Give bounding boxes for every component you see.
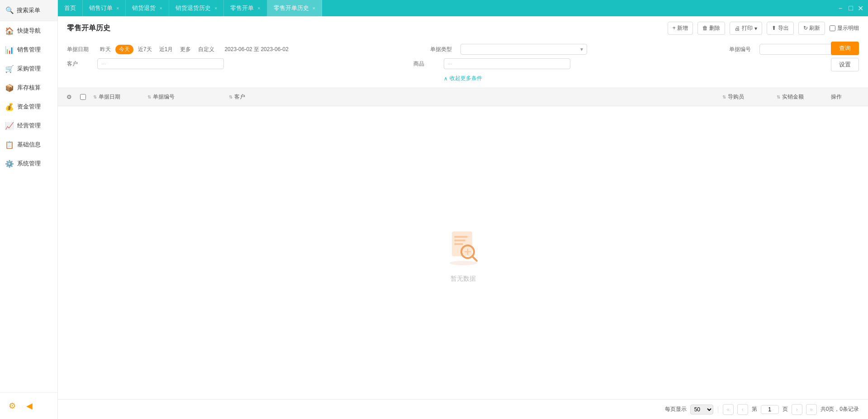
tab-retail-open-history-close[interactable]: × — [313, 5, 315, 11]
tab-retail-open-label: 零售开单 — [230, 4, 254, 12]
collapse-icon: ◀ — [26, 401, 33, 411]
table-settings-button[interactable]: ⚙ — [62, 90, 76, 104]
sys-icon: ⚙️ — [5, 160, 14, 168]
goods-filter-select[interactable]: ··· — [444, 58, 570, 69]
next-page-button[interactable]: › — [792, 404, 802, 415]
col-action-label: 操作 — [831, 93, 842, 101]
filter-settings-button[interactable]: 设置 — [831, 58, 859, 71]
tab-bar-right: － □ ✕ — [837, 4, 868, 13]
tab-sales-order-label: 销售订单 — [89, 4, 113, 12]
add-button[interactable]: + 新增 — [668, 22, 693, 35]
collapse-sidebar-button[interactable]: ◀ — [23, 399, 36, 413]
pagination-summary: 共0页，0条记录 — [821, 405, 859, 413]
window-close-button[interactable]: ✕ — [858, 4, 863, 13]
per-page-label: 每页显示 — [665, 405, 687, 413]
col-amount-label: 实销金额 — [782, 93, 804, 101]
sidebar-item-operation[interactable]: 📈 经营管理 — [0, 116, 57, 135]
tab-sales-order-close[interactable]: × — [116, 5, 119, 11]
filter-row-2: 客户 ··· 商品 ··· — [67, 58, 859, 69]
tab-retail-open-close[interactable]: × — [257, 5, 260, 11]
sidebar-item-sys-mgmt[interactable]: ⚙️ 系统管理 — [0, 154, 57, 173]
sidebar-item-label: 销售管理 — [17, 46, 41, 54]
sort-icon: ⇅ — [722, 94, 726, 99]
col-customer[interactable]: ⇅ 客户 — [225, 93, 719, 101]
col-customer-label: 客户 — [234, 93, 245, 101]
customer-filter-select[interactable]: ··· — [97, 58, 224, 69]
query-button[interactable]: 查询 — [831, 42, 859, 55]
select-all-input[interactable] — [80, 94, 86, 100]
col-date[interactable]: ⇅ 单据日期 — [90, 93, 144, 101]
type-filter-select[interactable]: ▾ — [460, 44, 587, 55]
tab-retail-open-history[interactable]: 零售开单历史 × — [267, 0, 322, 16]
tab-sales-return-history[interactable]: 销货退货历史 × — [169, 0, 224, 16]
date-filter-label: 单据日期 — [67, 46, 92, 53]
page-label-post: 页 — [783, 405, 788, 413]
delete-button[interactable]: 🗑 删除 — [697, 22, 725, 35]
table-container: ⚙ ⇅ 单据日期 ⇅ 单据编号 ⇅ 客户 ⇅ 导购员 — [58, 88, 868, 419]
window-maximize-button[interactable]: □ — [849, 4, 853, 12]
svg-rect-2 — [454, 236, 468, 238]
sales-icon: 📊 — [5, 46, 14, 54]
sidebar: 🔍 搜索采单 🏠 快捷导航 📊 销售管理 🛒 采购管理 📦 库存核算 💰 资金管… — [0, 0, 58, 419]
sidebar-item-quick-nav[interactable]: 🏠 快捷导航 — [0, 21, 57, 40]
tab-home-label: 首页 — [64, 4, 76, 12]
date-custom-button[interactable]: 自定义 — [195, 45, 217, 54]
sort-icon: ⇅ — [93, 94, 97, 99]
show-detail-checkbox-label[interactable]: 显示明细 — [830, 24, 859, 32]
empty-state: 暂无数据 — [58, 106, 868, 399]
export-button[interactable]: ⬆ 导出 — [767, 22, 793, 35]
page-number-input[interactable] — [761, 405, 779, 414]
col-guide[interactable]: ⇅ 导购员 — [719, 93, 773, 101]
col-no[interactable]: ⇅ 单据编号 — [144, 93, 225, 101]
settings-footer-button[interactable]: ⚙ — [5, 399, 19, 413]
col-amount[interactable]: ⇅ 实销金额 — [773, 93, 827, 101]
finance-icon: 💰 — [5, 103, 14, 111]
sort-icon: ⇅ — [147, 94, 151, 99]
date-7days-button[interactable]: 近7天 — [135, 45, 155, 54]
collapse-label: 收起更多条件 — [450, 75, 482, 82]
sidebar-item-sales-mgmt[interactable]: 📊 销售管理 — [0, 40, 57, 59]
sidebar-item-basic-info[interactable]: 📋 基础信息 — [0, 135, 57, 154]
toolbar: + 新增 🗑 删除 🖨 打印 ▾ ⬆ 导出 ↻ 刷新 显示明细 — [668, 22, 859, 35]
tab-sales-return-close[interactable]: × — [159, 5, 162, 11]
date-yesterday-button[interactable]: 昨天 — [97, 45, 114, 54]
window-minimize-button[interactable]: － — [837, 4, 844, 13]
tab-sales-return-history-close[interactable]: × — [214, 5, 217, 11]
sort-icon: ⇅ — [229, 94, 232, 99]
tab-sales-return-history-label: 销货退货历史 — [175, 4, 211, 12]
sidebar-item-finance[interactable]: 💰 资金管理 — [0, 97, 57, 116]
print-button[interactable]: 🖨 打印 ▾ — [730, 22, 762, 35]
tab-sales-return-label: 销货退货 — [132, 4, 156, 12]
tab-sales-order[interactable]: 销售订单 × — [83, 0, 126, 16]
no-filter-label: 单据编号 — [729, 46, 754, 53]
date-more-button[interactable]: 更多 — [177, 45, 194, 54]
last-page-button[interactable]: » — [806, 404, 817, 415]
sidebar-item-inventory[interactable]: 📦 库存核算 — [0, 78, 57, 97]
type-select-chevron-down-icon: ▾ — [580, 46, 583, 52]
goods-dots: ··· — [448, 61, 452, 67]
svg-line-6 — [472, 256, 477, 261]
show-detail-checkbox[interactable] — [830, 25, 835, 31]
collapse-filter-button[interactable]: ∧ 收起更多条件 — [67, 73, 859, 84]
date-today-button[interactable]: 今天 — [115, 45, 133, 54]
home-icon: 🏠 — [5, 27, 14, 35]
table-select-all-checkbox[interactable] — [76, 94, 90, 100]
content-area: 零售开单历史 + 新增 🗑 删除 🖨 打印 ▾ ⬆ 导出 ↻ 刷新 显示明细 — [58, 16, 868, 419]
refresh-button[interactable]: ↻ 刷新 — [798, 22, 825, 35]
sidebar-search[interactable]: 🔍 搜索采单 — [0, 0, 57, 21]
tab-bar: 首页 销售订单 × 销货退货 × 销货退货历史 × 零售开单 × 零售开单历史 … — [58, 0, 868, 16]
per-page-select[interactable]: 50 10 20 100 — [690, 405, 713, 414]
sidebar-item-label: 经营管理 — [17, 122, 41, 130]
first-page-button[interactable]: « — [723, 404, 734, 415]
goods-filter-label: 商品 — [413, 60, 438, 68]
tab-home[interactable]: 首页 — [58, 0, 83, 16]
filter-area: 单据日期 昨天 今天 近7天 近1月 更多 自定义 2023-06-02 至 2… — [67, 39, 859, 88]
date-1month-button[interactable]: 近1月 — [157, 45, 176, 54]
svg-point-0 — [450, 261, 477, 265]
sidebar-item-purchase-mgmt[interactable]: 🛒 采购管理 — [0, 59, 57, 78]
tab-sales-return[interactable]: 销货退货 × — [126, 0, 169, 16]
prev-page-button[interactable]: ‹ — [737, 404, 748, 415]
date-filter-buttons: 昨天 今天 近7天 近1月 更多 自定义 — [97, 45, 217, 54]
purchase-icon: 🛒 — [5, 65, 14, 73]
tab-retail-open[interactable]: 零售开单 × — [224, 0, 267, 16]
